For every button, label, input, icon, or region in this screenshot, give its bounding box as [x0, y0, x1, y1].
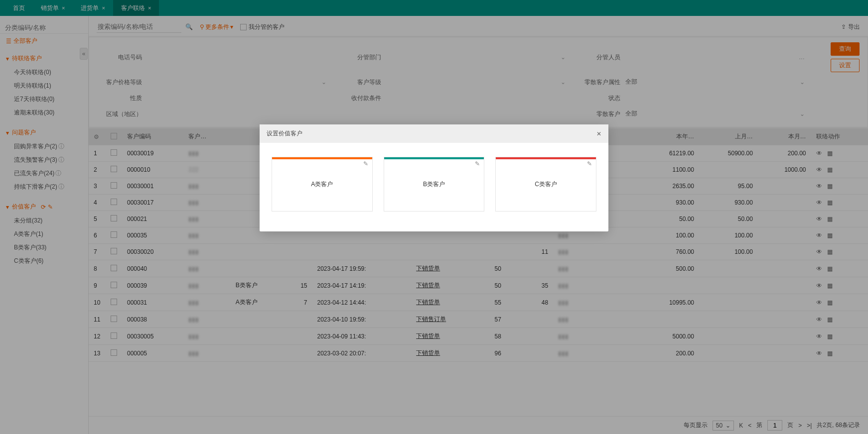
edit-icon[interactable]: ✎	[475, 160, 480, 167]
card-accent-bar	[384, 157, 484, 159]
edit-icon[interactable]: ✎	[363, 160, 368, 167]
modal-overlay[interactable]: 设置价值客户 ✕ ✎ A类客户 ✎ B类客户 ✎ C类客户	[0, 0, 868, 434]
card-label: C类客户	[535, 180, 557, 189]
card-accent-bar	[496, 157, 596, 159]
card-label: A类客户	[311, 180, 333, 189]
edit-icon[interactable]: ✎	[587, 160, 592, 167]
card-label: B类客户	[423, 180, 445, 189]
value-card-c[interactable]: ✎ C类客户	[495, 157, 596, 212]
value-card-a[interactable]: ✎ A类客户	[272, 157, 373, 212]
modal-title: 设置价值客户	[267, 129, 302, 138]
close-icon[interactable]: ✕	[596, 130, 601, 137]
card-accent-bar	[272, 157, 372, 159]
value-customer-modal: 设置价值客户 ✕ ✎ A类客户 ✎ B类客户 ✎ C类客户	[260, 124, 608, 231]
value-card-b[interactable]: ✎ B类客户	[384, 157, 485, 212]
